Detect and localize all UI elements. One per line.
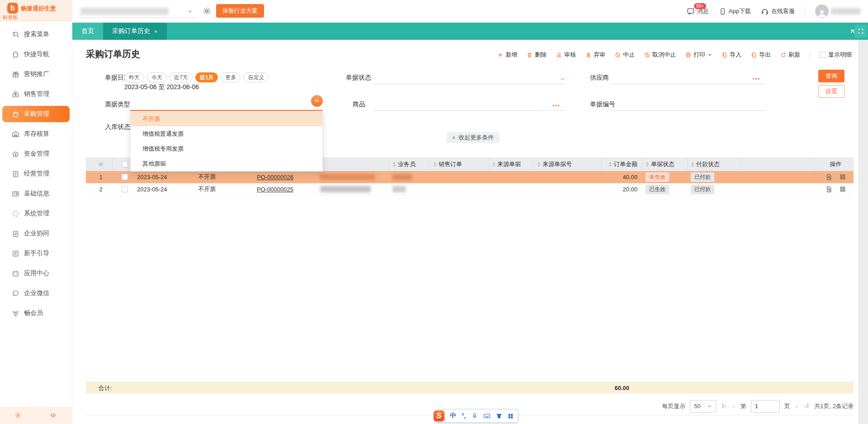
last-page-icon[interactable]: ›⦀ [803, 402, 810, 410]
fullscreen-icon[interactable] [854, 25, 867, 38]
sort-icon[interactable] [691, 162, 694, 167]
sort-icon[interactable] [393, 162, 396, 167]
sidebar-item-search-menu[interactable]: 搜索菜单 [2, 26, 70, 43]
checkbox-icon[interactable] [820, 52, 826, 58]
refresh-button[interactable]: 刷新 [780, 51, 800, 59]
column-settings-gear-icon[interactable] [86, 157, 112, 171]
user-account[interactable] [815, 5, 861, 18]
first-page-icon[interactable]: ⦀‹ [721, 402, 727, 410]
sidebar-item-member[interactable]: 畅会员 [2, 305, 70, 321]
pill-yesterday[interactable]: 昨天 [124, 72, 144, 82]
skin-shirt-icon[interactable] [496, 413, 502, 419]
pill-today[interactable]: 今天 [147, 72, 167, 82]
sidebar-item-marketing[interactable]: 营销推广 [2, 66, 70, 82]
sidebar-item-base-info[interactable]: 基础信息 [2, 186, 70, 202]
search-button[interactable]: 查询 [818, 70, 844, 82]
header-sale-order[interactable]: 销售订单 [429, 157, 488, 171]
audit-button[interactable]: 审核 [556, 51, 576, 59]
sidebar-item-wechat-work[interactable]: 企业微信 [2, 285, 70, 301]
dropdown-option-other[interactable]: 其他票据 [131, 156, 322, 171]
header-pay-status[interactable]: 付款状态 [687, 157, 741, 171]
suspend-button[interactable]: 中止 [615, 51, 635, 59]
settings-button[interactable]: 设置 [818, 85, 844, 98]
add-button[interactable]: 新增 [497, 51, 517, 59]
microphone-icon[interactable] [472, 413, 478, 419]
supplier-more-icon[interactable]: ••• [753, 75, 760, 82]
sogou-logo-icon[interactable]: S [434, 410, 444, 421]
sidebar-item-newbie-guide[interactable]: 新 新手引导 [2, 245, 70, 262]
more-grid-icon[interactable] [840, 186, 846, 192]
page-number-input[interactable] [751, 400, 780, 413]
collapse-dropdown-button[interactable] [311, 95, 323, 107]
pill-last7days[interactable]: 近7天 [170, 72, 193, 82]
view-detail-icon[interactable] [826, 186, 832, 193]
ime-chinese-mode[interactable]: 中 [450, 412, 456, 420]
header-doc-status[interactable]: 单据状态 [642, 157, 687, 171]
unaudit-button[interactable]: 弃审 [585, 51, 605, 59]
show-detail-toggle[interactable]: 显示明细 [820, 51, 852, 59]
sidebar-item-collaboration[interactable]: 企业协同 [2, 225, 70, 242]
dropdown-option-vat-special[interactable]: 增值税专用发票 [131, 141, 322, 156]
messages-button[interactable]: 消息 99+ [687, 7, 709, 15]
doc-no-input[interactable] [609, 99, 765, 111]
online-support-button[interactable]: 在线客服 [761, 7, 795, 15]
pill-more[interactable]: 更多 [221, 72, 241, 82]
doc-status-select[interactable] [374, 72, 566, 84]
tab-home[interactable]: 首页 [72, 23, 103, 40]
supplier-input[interactable] [609, 72, 765, 84]
sort-icon[interactable] [434, 162, 436, 167]
pill-last-month[interactable]: 近1月 [195, 72, 218, 82]
pill-custom[interactable]: 自定义 [243, 72, 269, 82]
experience-plan-button[interactable]: 体验行业方案 [216, 4, 264, 18]
sort-icon[interactable] [492, 162, 495, 167]
print-button[interactable]: 打印 [685, 51, 712, 59]
goods-input[interactable] [373, 99, 565, 111]
sidebar-item-operations[interactable]: 经营管理 [2, 166, 70, 182]
settings-gear-icon[interactable] [14, 412, 22, 419]
invoice-type-select[interactable] [130, 99, 323, 111]
ime-punctuation-toggle[interactable]: °, [462, 412, 466, 419]
sidebar-item-sales[interactable]: 销售管理 [2, 86, 70, 102]
next-page-icon[interactable]: › [795, 403, 799, 410]
header-supplier[interactable] [316, 157, 389, 171]
sidebar-item-funds[interactable]: 资金管理 [2, 146, 70, 162]
sidebar-item-app-center[interactable]: 应用中心 [2, 265, 70, 281]
announcement-horn-icon[interactable] [50, 412, 57, 419]
export-button[interactable]: 导出 [751, 51, 771, 59]
cancel-suspend-button[interactable]: 取消中止 [644, 51, 676, 59]
sort-icon[interactable] [538, 162, 540, 167]
sort-icon[interactable] [646, 162, 649, 167]
keyboard-icon[interactable] [483, 412, 491, 419]
header-order-amount[interactable]: 订单金额 [601, 157, 642, 171]
app-download-button[interactable]: App下载 [719, 7, 751, 15]
ime-toolbar[interactable]: S 中 °, [436, 409, 518, 423]
header-source-doc-no[interactable]: 来源单据号 [533, 157, 601, 171]
header-source-doc[interactable]: 来源单据 [488, 157, 533, 171]
gear-icon[interactable] [203, 7, 211, 15]
toolbox-grid-icon[interactable] [508, 413, 514, 419]
company-selector[interactable] [78, 5, 195, 18]
table-row[interactable]: 2 2023-05-24 不开票 PO-00000025 20.00 已生效 已… [86, 183, 854, 195]
more-grid-icon[interactable] [840, 174, 846, 180]
delete-button[interactable]: 删除 [527, 51, 547, 59]
dropdown-option-no-invoice[interactable]: 不开票 [131, 111, 322, 126]
header-staff[interactable]: 业务员 [389, 157, 429, 171]
sidebar-item-system[interactable]: 系统管理 [2, 205, 70, 222]
sidebar-item-inventory[interactable]: 库存核算 [2, 126, 70, 142]
collapse-more-filters-button[interactable]: « 收起更多条件 [447, 132, 500, 143]
tab-close-icon[interactable]: × [154, 28, 158, 35]
sidebar-item-purchase[interactable]: 采购管理 [2, 106, 70, 122]
row-checkbox[interactable] [112, 171, 133, 183]
doc-no-link[interactable]: PO-00000025 [257, 186, 293, 193]
sidebar-item-quick-nav[interactable]: 快捷导航 [2, 46, 70, 62]
row-checkbox[interactable] [112, 183, 133, 195]
view-detail-icon[interactable] [826, 174, 832, 181]
tab-purchase-order-history[interactable]: 采购订单历史 × [103, 23, 167, 40]
prev-page-icon[interactable]: ‹ [732, 403, 736, 410]
scrollbar-track[interactable] [858, 40, 868, 424]
per-page-select[interactable]: 50 [690, 400, 716, 413]
import-button[interactable]: 导入 [722, 51, 741, 59]
dropdown-option-vat-regular[interactable]: 增值税普通发票 [131, 126, 322, 141]
goods-more-icon[interactable]: ••• [552, 102, 560, 109]
sort-icon[interactable] [609, 162, 612, 167]
